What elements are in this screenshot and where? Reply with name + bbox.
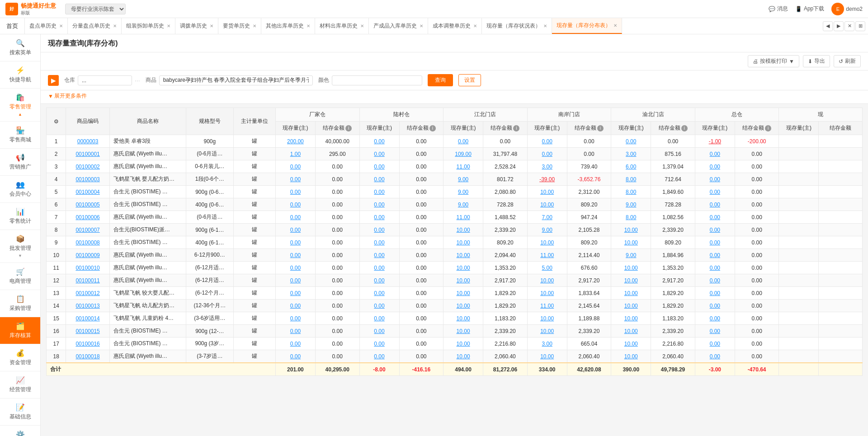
info-icon[interactable]: i: [765, 125, 771, 131]
close-tab-icon[interactable]: ✕: [307, 23, 310, 28]
industry-selector[interactable]: 母婴行业演示陈套: [65, 4, 126, 14]
th-settings[interactable]: ⚙: [47, 108, 66, 135]
info-icon[interactable]: i: [345, 125, 352, 131]
nav-tab-现存量库存分布表[interactable]: 现存量（库存分布表） ✕: [552, 18, 622, 34]
color-input[interactable]: [332, 75, 422, 85]
info-icon[interactable]: i: [513, 125, 519, 131]
message-btn[interactable]: 💬 消息: [769, 5, 788, 13]
cell-w5-stock: 10.00: [611, 274, 651, 287]
code-link[interactable]: 00100002: [75, 164, 99, 170]
sidebar-item-system-mgmt[interactable]: ⚙️ 系统管理: [0, 426, 40, 436]
cell-w2-stock: 0.00: [359, 224, 399, 236]
close-tab-icon[interactable]: ✕: [113, 23, 117, 28]
sidebar-item-member-center[interactable]: 👥 会员中心: [0, 176, 40, 203]
nav-tab-盘点单历史[interactable]: 盘点单历史 ✕: [25, 18, 68, 34]
code-link[interactable]: 00100005: [75, 202, 99, 208]
sidebar-item-purchase[interactable]: 📋 采购管理: [0, 290, 40, 317]
close-tab-icon[interactable]: ✕: [167, 23, 170, 28]
code-link[interactable]: 00100009: [75, 252, 99, 258]
code-link[interactable]: 00100015: [75, 328, 99, 334]
message-label: 消息: [777, 5, 788, 13]
code-link[interactable]: 00100008: [75, 239, 99, 246]
query-btn[interactable]: 查询: [428, 74, 453, 86]
code-link[interactable]: 00100006: [75, 214, 99, 220]
sidebar-item-shortcut[interactable]: ⚡ 快捷导航: [0, 61, 40, 89]
warehouse-input[interactable]: [78, 75, 132, 85]
cell-total-stock: 0.00: [695, 186, 735, 198]
print-btn[interactable]: 🖨 按模板打印 ▼: [748, 55, 799, 67]
nav-next-btn[interactable]: ▶: [834, 21, 844, 31]
cell-name: 惠氏启赋 (Wyeth illu…: [109, 350, 186, 363]
nav-tab-组装拆卸单历史[interactable]: 组装拆卸单历史 ✕: [122, 18, 175, 34]
cell-w3-stock: 11.00: [443, 160, 483, 173]
table-row: 16 00100015 合生元 (BIOSTIME) … 900g (12-… …: [47, 325, 863, 338]
app-version: 标版: [21, 10, 56, 16]
code-link[interactable]: 00100016: [75, 341, 99, 347]
nav-tab-产成品入库单历史[interactable]: 产成品入库单历史 ✕: [369, 18, 428, 34]
nav-tab-其他出库单历史[interactable]: 其他出库单历史 ✕: [261, 18, 315, 34]
info-icon[interactable]: i: [597, 125, 604, 131]
close-tab-icon[interactable]: ✕: [210, 23, 213, 28]
sidebar-item-search[interactable]: 🔍 搜索英单: [0, 34, 40, 61]
close-tab-icon[interactable]: ✕: [543, 23, 547, 28]
cell-spec: (3-7岁适…: [186, 350, 234, 363]
nav-menu-btn[interactable]: ⊞: [855, 21, 865, 31]
cell-w5-money: 2,216.80: [651, 338, 695, 350]
cell-w2-stock: 0.00: [359, 249, 399, 262]
nav-tab-调拨单历史[interactable]: 调拨单历史 ✕: [175, 18, 218, 34]
code-link[interactable]: 00100010: [75, 265, 99, 271]
table-row: 8 00100007 合生元(BIOSTIME)派… 900g (6-1… 罐 …: [47, 224, 863, 236]
app-download-btn[interactable]: 📱 App下载: [795, 5, 824, 13]
nav-tab-分量盘点单历史[interactable]: 分量盘点单历史 ✕: [68, 18, 122, 34]
sidebar-item-finance[interactable]: 💰 资金管理: [0, 344, 40, 371]
info-icon[interactable]: i: [429, 125, 436, 131]
info-icon[interactable]: i: [681, 125, 688, 131]
table-row: 17 00100016 合生元 (BIOSTIME) … 900g (3岁… 罐…: [47, 338, 863, 350]
nav-tab-成本调整单历史[interactable]: 成本调整单历史 ✕: [428, 18, 482, 34]
code-link[interactable]: 00100013: [75, 303, 99, 309]
sidebar-item-operation[interactable]: 📈 经营管理: [0, 371, 40, 398]
sidebar-item-retail-stats[interactable]: 📊 零售统计: [0, 203, 40, 230]
code-link[interactable]: 0000003: [77, 138, 99, 145]
cell-current-money: [819, 173, 863, 186]
cell-current-stock: [779, 287, 819, 300]
user-menu[interactable]: E demo2: [831, 3, 863, 15]
nav-close-btn[interactable]: ✕: [844, 21, 854, 31]
sidebar-item-inventory[interactable]: 🗂️ 库存核算: [0, 317, 40, 344]
sidebar-item-wholesale-mgmt[interactable]: 📦 批发管理 ▼: [0, 230, 40, 263]
refresh-btn[interactable]: ↺ 刷新: [834, 55, 861, 67]
cell-w1-money: 0.00: [315, 198, 359, 211]
code-link[interactable]: 00100007: [75, 227, 99, 233]
close-tab-icon[interactable]: ✕: [360, 23, 364, 28]
sidebar-item-retail-mgmt[interactable]: 🛍️ 零售管理 ▲: [0, 89, 40, 122]
close-tab-icon[interactable]: ✕: [59, 23, 63, 28]
cell-w5-stock: 0.00: [611, 135, 651, 148]
sidebar-item-marketing[interactable]: 📢 营销推广: [0, 149, 40, 176]
code-link[interactable]: 00100004: [75, 189, 99, 195]
nav-tab-现存量库存状况表[interactable]: 现存量（库存状况表） ✕: [482, 18, 552, 34]
export-btn[interactable]: ⬇ 导出: [803, 55, 830, 67]
code-link[interactable]: 00100011: [75, 277, 99, 284]
setting-btn[interactable]: 设置: [458, 74, 481, 86]
close-tab-icon[interactable]: ✕: [613, 23, 617, 28]
nav-tab-要货单历史[interactable]: 要货单历史 ✕: [218, 18, 261, 34]
cell-current-money: [819, 338, 863, 350]
close-tab-icon[interactable]: ✕: [253, 23, 256, 28]
code-link[interactable]: 00100012: [75, 290, 99, 296]
sidebar-item-basic-info[interactable]: 📝 基础信息: [0, 398, 40, 426]
code-link[interactable]: 00100001: [75, 151, 99, 157]
filter-toggle-btn[interactable]: ▶: [48, 75, 59, 86]
code-link[interactable]: 00100003: [75, 176, 99, 183]
close-tab-icon[interactable]: ✕: [473, 23, 477, 28]
close-tab-icon[interactable]: ✕: [420, 23, 423, 28]
sidebar-item-ecommerce[interactable]: 🛒 电商管理: [0, 263, 40, 290]
code-link[interactable]: 00100014: [75, 315, 99, 322]
sidebar-item-retail-shop[interactable]: 🏪 零售商城: [0, 122, 40, 149]
product-input[interactable]: [159, 75, 313, 85]
nav-tab-材料出库单历史[interactable]: 材料出库单历史 ✕: [315, 18, 369, 34]
nav-prev-btn[interactable]: ◀: [823, 21, 833, 31]
nav-home[interactable]: 首页: [0, 18, 25, 34]
expand-icon: ▼: [48, 93, 53, 99]
expand-conditions-btn[interactable]: ▼ 展开更多条件: [48, 92, 861, 100]
code-link[interactable]: 00100018: [75, 353, 99, 360]
